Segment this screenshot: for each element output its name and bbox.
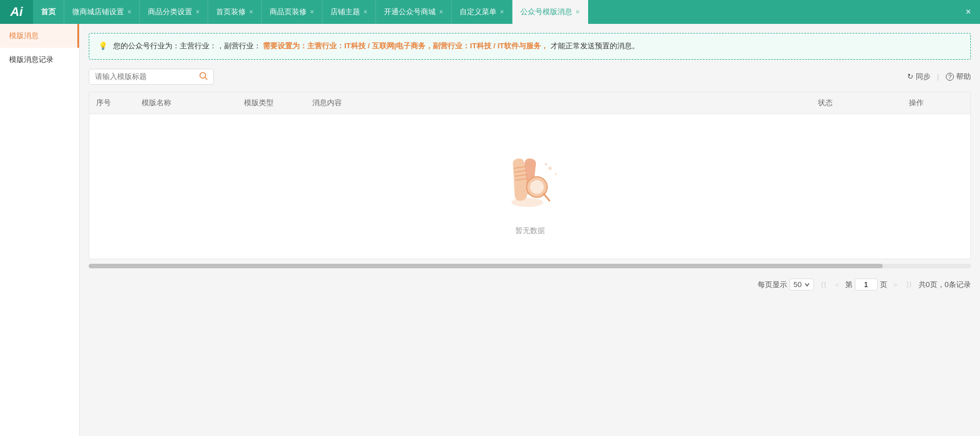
tab-product-decor-label: 商品页装修 <box>270 7 307 17</box>
th-status: 状态 <box>811 92 902 114</box>
first-page-button[interactable]: ⟨⟨ <box>818 279 829 290</box>
tab-product-decor[interactable]: 商品页装修 × <box>262 0 322 24</box>
close-template-msg[interactable]: × <box>576 8 580 16</box>
th-type: 模版类型 <box>237 92 305 114</box>
page-size-dropdown[interactable]: 50 <box>789 279 813 290</box>
alert-box: 💡 您的公众号行业为：主营行业：，副营行业： 需要设置为：主营行业：IT科技 /… <box>89 33 971 60</box>
tab-custom-menu-label: 自定义菜单 <box>460 7 497 17</box>
th-action: 操作 <box>902 92 970 114</box>
sidebar: 模版消息 模版消息记录 <box>0 24 80 436</box>
svg-line-1 <box>205 77 208 80</box>
th-name: 模版名称 <box>135 92 237 114</box>
page-unit: 页 <box>880 280 887 290</box>
alert-prefix: 您的公众号行业为：主营行业：，副营行业： <box>113 41 261 50</box>
tab-home-decor-label: 首页装修 <box>216 7 246 17</box>
alert-highlight: 需要设置为：主营行业：IT科技 / 互联网|电子商务，副营行业：IT科技 / I… <box>263 41 548 50</box>
tab-template-msg[interactable]: 公众号模版消息 × <box>512 0 588 24</box>
page-word: 第 <box>845 280 853 290</box>
tab-custom-menu[interactable]: 自定义菜单 × <box>452 0 512 24</box>
divider: | <box>937 72 939 81</box>
page-navigation: ⟨⟨ ＜ 第 页 ＞ ⟩⟩ <box>818 279 914 291</box>
main-layout: 模版消息 模版消息记录 💡 您的公众号行业为：主营行业：，副营行业： 需要设置为… <box>0 24 980 436</box>
prev-page-button[interactable]: ＜ <box>831 279 843 291</box>
last-page-button[interactable]: ⟩⟩ <box>904 279 914 290</box>
sync-button[interactable]: ↻ 同步 <box>907 72 931 82</box>
tab-template-msg-label: 公众号模版消息 <box>520 7 572 17</box>
help-icon-circle: ? <box>946 73 954 81</box>
th-content: 消息内容 <box>305 92 811 114</box>
scrollbar-thumb[interactable] <box>89 264 883 268</box>
search-input[interactable] <box>95 72 197 81</box>
help-label: 帮助 <box>956 72 971 82</box>
page-size-select: 每页显示 50 <box>758 279 813 290</box>
search-bar: ↻ 同步 | ? 帮助 <box>89 69 971 85</box>
tab-home[interactable]: 首页 <box>33 0 64 24</box>
help-button[interactable]: ? 帮助 <box>946 72 971 82</box>
chevron-down-icon <box>804 282 810 288</box>
search-actions: ↻ 同步 | ? 帮助 <box>907 72 971 82</box>
page-size-value: 50 <box>793 280 801 289</box>
alert-suffix: 才能正常发送预置的消息。 <box>551 41 639 50</box>
sidebar-item-template-msg[interactable]: 模版消息 <box>0 24 79 48</box>
sidebar-item-template-msg-records[interactable]: 模版消息记录 <box>0 48 79 72</box>
close-home-decor[interactable]: × <box>249 8 253 16</box>
tab-home-label: 首页 <box>41 7 56 17</box>
bulb-icon: 💡 <box>98 41 107 50</box>
close-product-decor[interactable]: × <box>310 8 314 16</box>
close-custom-menu[interactable]: × <box>500 8 504 16</box>
content-area: 💡 您的公众号行业为：主营行业：，副营行业： 需要设置为：主营行业：IT科技 /… <box>80 24 980 436</box>
empty-state: 暂无数据 <box>89 114 970 259</box>
tab-shop-theme-label: 店铺主题 <box>330 7 360 17</box>
close-shop-theme[interactable]: × <box>363 8 367 16</box>
global-close-button[interactable]: × <box>957 0 980 24</box>
page-total: 共0页，0条记录 <box>919 280 971 290</box>
current-page-input[interactable] <box>855 279 878 290</box>
horizontal-scrollbar[interactable] <box>89 264 971 268</box>
top-nav: Ai 首页 微商城店铺设置 × 商品分类设置 × 首页装修 × 商品页装修 × … <box>0 0 980 24</box>
svg-point-8 <box>545 163 547 165</box>
next-page-button[interactable]: ＞ <box>890 279 902 291</box>
search-input-wrap[interactable] <box>89 69 214 85</box>
tab-category-label: 商品分类设置 <box>148 7 192 17</box>
empty-icon <box>496 148 564 217</box>
table-header: 序号 模版名称 模版类型 消息内容 状态 操作 <box>89 92 970 114</box>
sync-label: 同步 <box>916 72 931 82</box>
page-size-label: 每页显示 <box>758 280 787 290</box>
sync-icon: ↻ <box>907 72 913 81</box>
svg-line-5 <box>544 194 549 201</box>
tab-home-decor[interactable]: 首页装修 × <box>208 0 262 24</box>
data-table: 序号 模版名称 模版类型 消息内容 状态 操作 <box>89 92 971 259</box>
svg-point-7 <box>555 173 557 175</box>
empty-text: 暂无数据 <box>515 226 545 236</box>
tab-shop-settings-label: 微商城店铺设置 <box>72 7 124 17</box>
tab-category-settings[interactable]: 商品分类设置 × <box>140 0 208 24</box>
tab-shop-theme[interactable]: 店铺主题 × <box>322 0 376 24</box>
search-icon[interactable] <box>199 72 208 82</box>
tab-open-mall[interactable]: 开通公众号商城 × <box>376 0 452 24</box>
th-index: 序号 <box>89 92 135 114</box>
pagination: 每页显示 50 ⟨⟨ ＜ 第 页 ＞ ⟩⟩ 共0页，0条记录 <box>89 273 971 293</box>
close-open-mall[interactable]: × <box>439 8 443 16</box>
tab-open-mall-label: 开通公众号商城 <box>384 7 436 17</box>
app-logo: Ai <box>0 0 33 24</box>
svg-point-4 <box>530 180 544 194</box>
svg-point-6 <box>548 167 552 170</box>
close-shop-settings[interactable]: × <box>127 8 131 16</box>
tab-shop-settings[interactable]: 微商城店铺设置 × <box>64 0 140 24</box>
close-category-settings[interactable]: × <box>196 8 200 16</box>
